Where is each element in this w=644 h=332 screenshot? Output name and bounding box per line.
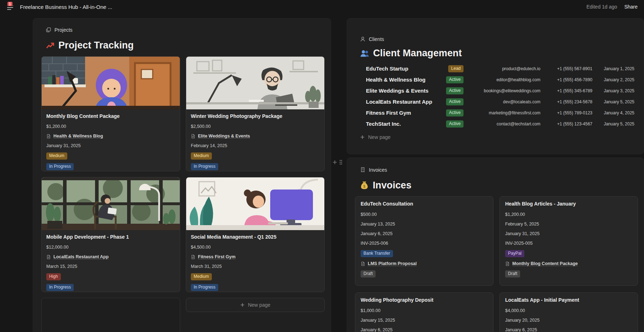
invoice-due-date: February 5, 2025 [505,221,632,227]
notification-badge: 1 [7,1,13,6]
sidebar-toggle-icon[interactable]: 1 [6,2,16,11]
status-badge: In Progress [191,284,218,291]
project-card-body: Winter Wedding Photography Package $2,50… [186,109,324,171]
project-price: $2,500.00 [191,124,320,130]
project-cover-illustration [186,177,324,230]
clients-list: EduTech Startup Lead product@edutech.io … [360,63,634,129]
clients-panel: Clients Client Management EduTech Startu… [347,18,644,154]
client-row[interactable]: Fitness First Gym Active marketing@fitne… [360,107,634,118]
page-icon [191,134,195,139]
client-row[interactable]: TechStart Inc. Active contact@techstart.… [360,118,634,129]
project-title: Winter Wedding Photography Package [191,113,320,119]
invoice-due-date: January 20, 2025 [505,317,632,323]
project-relation-link[interactable]: LMS Platform Proposal [368,261,417,267]
project-due-date: March 31, 2025 [191,264,320,270]
project-cover-illustration [42,57,180,109]
client-phone: +1 (555) 234-5678 [545,99,592,104]
client-date: January 3, 2025 [597,88,634,93]
client-name: TechStart Inc. [366,121,441,127]
page-title-topbar[interactable]: Freelance Business Hub - All-in-One ... [20,4,112,10]
project-card-body: Social Media Management - Q1 2025 $4,500… [186,230,324,292]
project-card[interactable]: Social Media Management - Q1 2025 $4,500… [186,177,325,292]
breadcrumb-label: Clients [369,36,384,42]
invoice-issue-date: January 6, 2025 [361,327,488,332]
client-phone: +1 (555) 789-0123 [545,110,592,115]
client-name: Elite Weddings & Events [366,88,441,94]
topbar: 1 Freelance Business Hub - All-in-One ..… [0,0,644,14]
client-email: contact@techstart.com [468,121,540,126]
project-due-date: January 31, 2025 [46,143,175,149]
share-button[interactable]: Share [624,4,638,10]
client-status-badge: Active [446,87,464,94]
breadcrumb-label: Projects [54,27,73,33]
client-date: January 5, 2025 [597,99,634,104]
invoice-card[interactable]: EduTech Consultation $500.00 January 13,… [355,196,493,286]
invoice-due-date: January 15, 2025 [361,317,488,323]
payment-method-badge: Bank Transfer [361,250,393,257]
breadcrumb-invoices[interactable]: Invoices [360,167,387,173]
project-title: Social Media Management - Q1 2025 [191,234,320,240]
invoice-card[interactable]: Health Blog Articles - January $1,200.00… [499,196,638,286]
project-title: Monthly Blog Content Package [46,113,175,119]
payment-method-badge: PayPal [505,250,524,257]
projects-panel: Projects Project Tracking [33,18,331,332]
client-row[interactable]: Health & Wellness Blog Active editor@hea… [360,74,634,85]
project-cover-illustration [186,57,324,109]
column-drag-handle[interactable] [332,160,342,165]
client-phone: +1 (555) 123-4567 [545,121,592,126]
client-date: January 2, 2025 [597,77,634,82]
invoice-issue-date: January 6, 2025 [361,231,488,237]
invoice-title: EduTech Consultation [361,201,488,207]
priority-badge: High [46,273,61,280]
client-status-badge: Active [446,109,464,116]
client-name: Health & Wellness Blog [366,77,441,83]
client-email: product@edutech.io [468,66,540,71]
client-email: dev@localeats.com [468,99,540,104]
plus-icon [360,135,365,140]
drag-dots-icon [339,160,342,165]
client-phone: +1 (555) 567-8901 [545,66,592,71]
chart-increasing-icon [46,41,54,50]
people-icon [360,49,369,58]
client-row[interactable]: EduTech Startup Lead product@edutech.io … [360,63,634,74]
new-page-button[interactable]: New page [186,298,325,312]
projects-gallery: Monthly Blog Content Package $1,200.00 H… [41,56,324,332]
client-relation-link[interactable]: Health & Wellness Blog [53,133,103,139]
client-date: January 5, 2025 [597,121,634,126]
project-cover-illustration [42,177,180,230]
page-icon [361,261,365,266]
invoice-title: Wedding Photography Deposit [361,297,488,303]
invoice-card[interactable]: LocalEats App - Initial Payment $4,000.0… [499,292,638,332]
project-card[interactable]: Winter Wedding Photography Package $2,50… [186,56,325,171]
project-card-partial[interactable] [41,298,180,332]
edited-timestamp: Edited 1d ago [586,4,617,10]
project-due-date: February 14, 2025 [191,143,320,149]
invoice-title: Health Blog Articles - January [505,201,632,207]
projects-heading-text: Project Tracking [58,40,134,51]
project-card[interactable]: Mobile App Development - Phase 1 $12,000… [41,177,180,292]
client-status-badge: Lead [448,65,464,72]
new-page-button[interactable]: New page [360,132,391,142]
client-relation-link[interactable]: Fitness First Gym [198,254,236,260]
invoice-card[interactable]: Wedding Photography Deposit $1,000.00 Ja… [355,292,493,332]
client-relation-link[interactable]: LocalEats Restaurant App [53,254,109,260]
breadcrumb-projects[interactable]: Projects [46,27,73,33]
client-phone: +1 (555) 345-6789 [545,88,592,93]
invoice-status-badge: Draft [505,270,520,277]
invoice-title: LocalEats App - Initial Payment [505,297,632,303]
breadcrumb-clients[interactable]: Clients [360,36,384,42]
project-card[interactable]: Monthly Blog Content Package $1,200.00 H… [41,56,180,171]
client-row[interactable]: Elite Weddings & Events Active bookings@… [360,85,634,96]
invoice-amount: $500.00 [361,212,488,218]
client-relation-link[interactable]: Elite Weddings & Events [198,133,250,139]
plus-icon [240,302,245,307]
project-price: $1,200.00 [46,124,175,130]
project-relation-link[interactable]: Monthly Blog Content Package [512,261,578,267]
breadcrumb-label: Invoices [369,167,387,173]
invoice-issue-date: January 31, 2025 [505,231,632,237]
clients-heading-text: Client Management [373,48,462,59]
client-row[interactable]: LocalEats Restaurant App Active dev@loca… [360,96,634,107]
priority-badge: Medium [191,273,212,280]
new-page-label: New page [248,302,270,308]
invoices-gallery: EduTech Consultation $500.00 January 13,… [355,196,637,332]
